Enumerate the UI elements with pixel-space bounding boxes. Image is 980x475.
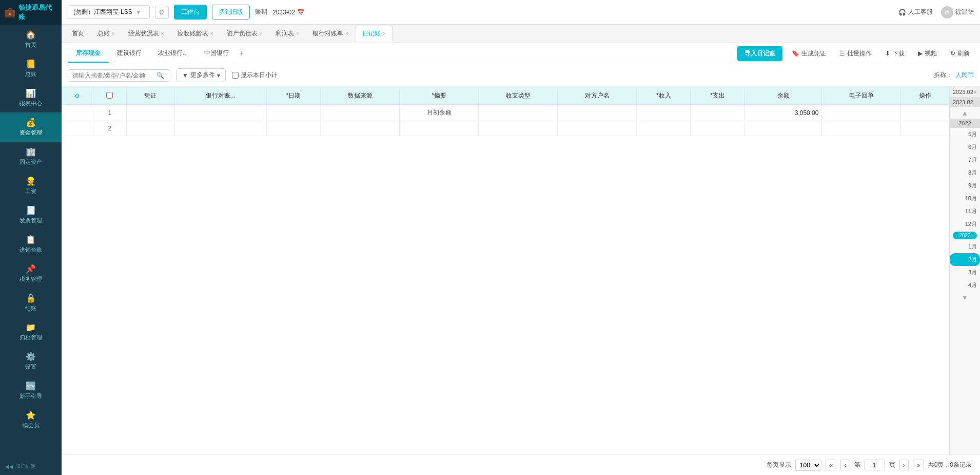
row-checkbox[interactable]: 2 (93, 121, 127, 136)
row-checkbox[interactable]: 1 (93, 105, 127, 121)
bank-tab-boc[interactable]: 中国银行 (196, 45, 237, 63)
sidebar-item-invoice[interactable]: 🧾 发票管理 (0, 200, 62, 230)
close-icon[interactable]: × (112, 31, 115, 36)
bank-tab-abc[interactable]: 农业银行... (150, 45, 196, 63)
first-page-button[interactable]: « (826, 460, 836, 470)
sidebar-item-sales[interactable]: 📋 进销台账 (0, 230, 62, 259)
tab-label: 总账 (97, 29, 110, 38)
logo-icon: 💼 (4, 7, 15, 18)
video-button[interactable]: ▶ 视频 (914, 47, 941, 60)
sidebar-item-label: 资金管理 (19, 129, 42, 137)
scroll-up-button[interactable]: ▲ (950, 107, 980, 119)
tab-journal[interactable]: 日记账 × (356, 26, 393, 42)
video-icon: ▶ (918, 50, 923, 57)
add-tab-icon[interactable]: + (239, 49, 244, 58)
prev-page-button[interactable]: ‹ (840, 460, 850, 470)
page-number-input[interactable] (865, 460, 885, 470)
filter-icon: ▼ (182, 72, 188, 79)
tab-general[interactable]: 总账 × (91, 26, 121, 41)
month-item-7[interactable]: 7月 (950, 154, 980, 166)
currency-value[interactable]: 人民币 (955, 71, 974, 80)
refresh-icon: ↻ (950, 50, 955, 57)
refresh-button[interactable]: ↻ 刷新 (946, 47, 974, 60)
batch-op-button[interactable]: ☰ 批量操作 (835, 47, 876, 60)
close-icon[interactable]: × (345, 31, 348, 36)
sidebar-item-close[interactable]: 🔒 结账 (0, 288, 62, 317)
close-icon[interactable]: × (383, 31, 386, 36)
filter-button[interactable]: ▼ 更多条件 ▾ (177, 68, 226, 82)
close-icon[interactable]: × (161, 31, 164, 36)
daily-total-checkbox[interactable] (232, 72, 239, 79)
page-size-select[interactable]: 100 20 50 200 (795, 460, 821, 471)
row-voucher (127, 121, 174, 136)
sidebar-item-reports[interactable]: 📊 报表中心 (0, 83, 62, 112)
month-item-4[interactable]: 4月 (950, 279, 980, 292)
search-icon[interactable]: 🔍 (156, 72, 164, 79)
download-button[interactable]: ⬇ 下载 (881, 47, 909, 60)
select-all-checkbox[interactable] (106, 92, 113, 99)
tab-receivable[interactable]: 应收账龄表 × (171, 26, 220, 41)
sidebar-item-general-ledger[interactable]: 📒 总账 (0, 54, 62, 83)
tab-home[interactable]: 首页 (66, 26, 90, 41)
month-item-8[interactable]: 8月 (950, 166, 980, 179)
sidebar-item-capital[interactable]: 💰 资金管理 (0, 112, 62, 142)
user-profile[interactable]: 徐 徐温华 (941, 6, 974, 18)
company-selector[interactable]: (勿删）江西翊宝-LSS ▼ (68, 5, 150, 19)
col-checkbox[interactable] (93, 87, 127, 105)
row-voucher (127, 105, 174, 121)
tab-assets[interactable]: 资产负债表 × (221, 26, 269, 41)
clipboard-icon: 📋 (26, 235, 36, 244)
tab-profit[interactable]: 利润表 × (269, 26, 305, 41)
month-item-12[interactable]: 12月 (950, 218, 980, 231)
scroll-down-button[interactable]: ▼ (950, 292, 980, 303)
bank-tab-cash[interactable]: 库存现金 (68, 45, 109, 63)
search-input[interactable] (72, 72, 154, 79)
close-icon[interactable]: × (210, 31, 213, 36)
month-item-11[interactable]: 11月 (950, 205, 980, 218)
sidebar-item-fixed-assets[interactable]: 🏢 固定资产 (0, 142, 62, 171)
close-icon[interactable]: × (260, 31, 263, 36)
calendar-icon[interactable]: 📅 (297, 9, 305, 16)
col-income: *收入 (637, 87, 691, 105)
month-item-9[interactable]: 9月 (950, 179, 980, 192)
sidebar-item-home[interactable]: 🏠 首页 (0, 25, 62, 54)
date-panel-header-2[interactable]: 2023.02 (950, 97, 980, 107)
month-item-3[interactable]: 3月 (950, 266, 980, 279)
unpin-button[interactable]: ◀◀ 取消固定 (0, 458, 62, 475)
pin-left-icon: ◀◀ (5, 464, 13, 469)
sidebar-item-guide[interactable]: 🆕 新手引导 (0, 376, 62, 405)
next-page-button[interactable]: › (899, 460, 909, 470)
month-item-2[interactable]: 2月 (950, 253, 980, 266)
month-item-10[interactable]: 10月 (950, 192, 980, 205)
row-date (266, 105, 320, 121)
import-journal-button[interactable]: 导入日记账 (737, 46, 782, 61)
sidebar-item-settings[interactable]: ⚙️ 设置 (0, 347, 62, 376)
support-link[interactable]: 🎧 人工客服 (898, 8, 933, 16)
bank-tab-ccb[interactable]: 建设银行 (109, 45, 150, 63)
row-e-bill (822, 105, 901, 121)
copy-button[interactable]: ⧉ (155, 6, 169, 19)
month-item-1[interactable]: 1月 (950, 240, 980, 253)
sidebar-item-wages[interactable]: 👷 工资 (0, 171, 62, 200)
period-text: 2023-02 (272, 9, 295, 16)
oldver-button[interactable]: 切到旧版 (212, 5, 250, 20)
sidebar-item-member[interactable]: ⭐ 畅会员 (0, 405, 62, 434)
date-panel-header-1[interactable]: 2023.02 × (950, 87, 980, 97)
workbench-button[interactable]: 工作台 (174, 5, 207, 20)
month-item-5[interactable]: 5月 (950, 128, 980, 141)
company-name: (勿删）江西翊宝-LSS (73, 8, 132, 16)
col-settings[interactable]: ⚙ (62, 87, 93, 105)
tab-bank-reconcile[interactable]: 银行对账单 × (306, 26, 355, 41)
sidebar-item-label: 报表中心 (19, 100, 42, 107)
close-icon[interactable]: × (296, 31, 299, 36)
month-item-6[interactable]: 6月 (950, 141, 980, 154)
close-icon[interactable]: × (974, 89, 977, 95)
row-counterpart (558, 121, 637, 136)
last-page-button[interactable]: » (913, 460, 924, 470)
sidebar-item-tax[interactable]: 📌 税务管理 (0, 259, 62, 288)
sidebar-item-archive[interactable]: 📁 归档管理 (0, 317, 62, 347)
generate-voucher-button[interactable]: 🔖 生成凭证 (788, 47, 830, 60)
daily-total-checkbox-label[interactable]: 显示本日小计 (232, 71, 278, 80)
year-2023-label[interactable]: 2023 (953, 232, 977, 239)
tab-management[interactable]: 经营状况表 × (122, 26, 170, 41)
